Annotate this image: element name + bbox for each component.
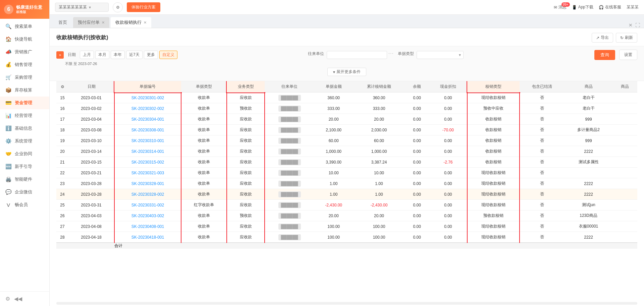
this-year-button[interactable]: 本年 [111,51,125,59]
sidebar-icon-fund-mgmt: 💳 [5,100,11,106]
filter-expand-button[interactable]: » [56,51,64,59]
sidebar-item-basic-info[interactable]: ℹ️基础信息 [0,122,49,135]
sidebar-item-fund-mgmt[interactable]: 💳资金管理 [0,97,49,109]
sidebar-item-marketing[interactable]: 📣营销推广 [0,46,49,58]
tab-home[interactable]: 首页 [54,17,72,28]
gear-button[interactable]: ⚙ [113,2,123,12]
sidebar-item-biz-mgmt[interactable]: 📊经营管理 [0,109,49,122]
cell-total-cancel: -2,430.00 [354,200,405,210]
sidebar-label-search-menu: 搜索菜单 [15,23,32,29]
cell-date: 2023-03-31 [68,200,114,210]
collapse-icon[interactable]: ◀◀ [14,296,22,302]
filter-bar: » 日期 上月 本月 本年 近7天 更多 自定义 往来单位 ··· 单据类型 [50,46,644,81]
col-header-bill-type: 单据类型 [181,81,227,93]
tab-close-all-icon[interactable]: ✕ [629,22,633,28]
table-scrollbar[interactable] [56,302,637,305]
custom-button[interactable]: 自定义 [159,51,177,59]
workspace-label: 某某某某某某某 [59,4,87,10]
cell-bill-amount: 20.00 [314,210,354,221]
tab-expand-icon[interactable]: ⛶ [635,22,640,28]
cell-bill-no: SK-20230328-001 [114,178,181,189]
bill-no-link[interactable]: SK-20230304-001 [131,117,164,122]
sidebar-item-vip[interactable]: V畅会员 [0,198,49,211]
cell-cancel-type: 收款核销 [467,146,520,157]
tab-prepay-close-icon[interactable]: ✕ [102,20,105,25]
cell-date: 2023-03-21 [68,168,114,178]
sidebar-item-wechat-work[interactable]: 💬企业微信 [0,186,49,198]
sidebar-item-sales-mgmt[interactable]: 💰销售管理 [0,58,49,71]
tab-collect-cancel-close-icon[interactable]: ✕ [144,20,147,25]
expand-more-button[interactable]: ▾ 展开更多条件 [327,68,366,76]
cell-biz-type: 应收款 [227,221,265,232]
online-support-button[interactable]: 🎧 在线客服 [599,4,621,10]
bill-no-link[interactable]: SK-20230328-002 [131,192,164,197]
col-header-settings[interactable]: ⚙ [56,81,68,93]
bill-no-link[interactable]: SK-20230418-001 [131,235,164,240]
col-header-total-cancel: 累计核销金额 [354,81,405,93]
sidebar-item-smart-hw[interactable]: 🖨️智能硬件 [0,173,49,186]
col-header-biz-type: 业务类型 [227,81,265,93]
refresh-button[interactable]: ↻ 刷新 [616,33,637,43]
bill-no-link[interactable]: SK-20230315-002 [131,160,164,165]
col-header-product2: 商品 [613,81,637,93]
cell-product2 [613,157,637,168]
sidebar-item-enterprise[interactable]: 🤝企业协同 [0,147,49,160]
last-month-button[interactable]: 上月 [80,51,94,59]
user-menu[interactable]: 某某某 [627,4,639,10]
cell-cash-discount: 0.00 [429,232,467,243]
bill-no-link[interactable]: SK-20230310-001 [131,138,164,143]
settings-bottom-icon[interactable]: ⚙ [5,296,10,302]
last7-button[interactable]: 近7天 [126,51,143,59]
cell-balance: 0.00 [405,103,429,114]
query-button[interactable]: 查询 [594,50,615,60]
cell-total-cancel: 360.00 [354,93,405,103]
solution-button[interactable]: 体验行业方案 [127,2,160,12]
tab-prepay[interactable]: 预付应付单 ✕ [73,17,109,28]
sidebar-label-sys-mgmt: 系统管理 [15,138,32,144]
table-row: 18 2023-03-08 SK-20230308-001 收款单 应收款 ██… [56,125,637,135]
cell-bill-no: SK-20230315-002 [114,157,181,168]
messages-button[interactable]: ✉ 消息 99+ [554,4,567,10]
partner-input[interactable] [327,51,387,59]
sidebar-item-quick-nav[interactable]: 🏠快捷导航 [0,33,49,46]
this-month-button[interactable]: 本月 [95,51,109,59]
cell-bill-amount: 20.00 [314,114,354,125]
cell-no: 23 [56,178,68,189]
phone-icon: 📱 [572,5,577,10]
sidebar-item-newbie[interactable]: 🆕新手引导 [0,160,49,173]
bill-no-link[interactable]: SK-20230321-003 [131,171,164,175]
column-settings-icon[interactable]: ⚙ [61,84,64,89]
cell-biz-type: 预收款 [227,210,265,221]
bill-no-link[interactable]: SK-20230302-002 [131,106,164,111]
cell-product2 [613,189,637,200]
bill-no-link[interactable]: SK-20230308-001 [131,128,164,132]
page-title: 收款核销执行(按收款) [56,34,108,41]
bill-no-link[interactable]: SK-20230331-002 [131,203,164,207]
sidebar-item-purchase-mgmt[interactable]: 🛒采购管理 [0,71,49,84]
cell-bill-no: SK-20230308-001 [114,125,181,135]
cell-bill-amount: 100.00 [314,221,354,232]
filter-settings-button[interactable]: 设置 [619,50,637,60]
bill-no-link[interactable]: SK-20230328-001 [131,181,164,186]
more-button[interactable]: 更多 [144,51,158,59]
sidebar-icon-quick-nav: 🏠 [5,36,11,42]
bill-no-link[interactable]: SK-20230314-001 [131,149,164,154]
tab-collect-cancel[interactable]: 收款核销执行 ✕ [111,17,151,28]
export-button[interactable]: ↗ 导出 [592,33,613,43]
bill-no-link[interactable]: SK-20230301-002 [131,96,164,100]
single-type-select[interactable] [417,51,464,59]
sidebar-item-inventory[interactable]: 📦库存核算 [0,84,49,97]
cell-no: 15 [56,93,68,103]
table-row: 21 2023-03-15 SK-20230315-002 收款单 应收款 ██… [56,157,637,168]
cell-biz-type: 应收款 [227,178,265,189]
cell-bill-type: 收款单 [181,168,227,178]
cell-cancel-type: 现结收款核销 [467,168,520,178]
sidebar-item-search-menu[interactable]: 🔍搜索菜单 [0,20,49,33]
bill-no-link[interactable]: SK-20230403-002 [131,213,164,218]
online-support-label: 在线客服 [605,4,621,10]
sidebar-item-sys-mgmt[interactable]: ⚙️系统管理 [0,135,49,147]
workspace-selector[interactable]: 某某某某某某某 ▾ [55,3,109,12]
cell-product2 [613,200,637,210]
bill-no-link[interactable]: SK-20230408-001 [131,224,164,229]
app-download-button[interactable]: 📱 App下载 [572,4,593,10]
